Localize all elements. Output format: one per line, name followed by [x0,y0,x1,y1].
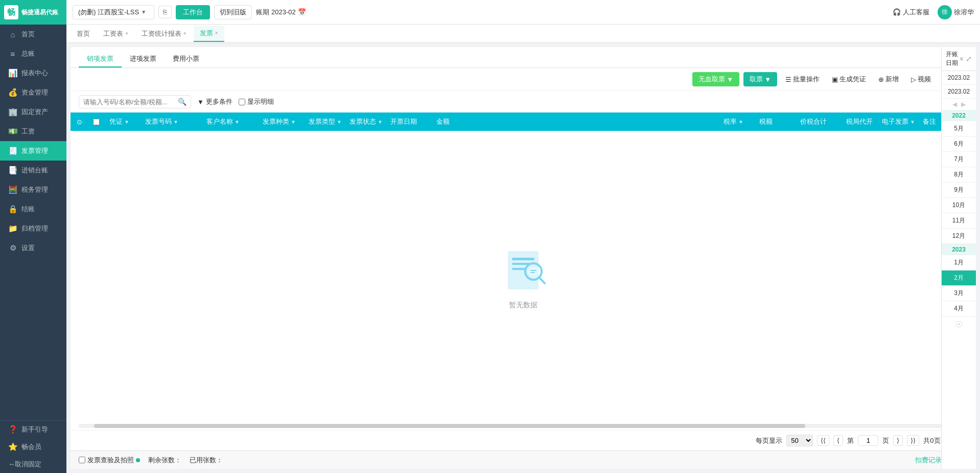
service-icon: 🎧 [893,8,901,16]
take-ticket-button[interactable]: 取票 ▼ [743,72,777,86]
th-invoice-no[interactable]: 发票号码 ▼ [143,114,204,129]
tab-home[interactable]: 首页 [71,26,96,41]
search-input[interactable] [83,98,176,106]
month-2022-09[interactable]: 9月 [942,183,976,198]
th-tax-total: 价税合计 [798,114,844,129]
sub-tab-sales-invoice[interactable]: 销项发票 [79,51,122,67]
per-page-select[interactable]: 10 20 50 100 [786,435,813,446]
th-tax-code: 税局代开 [844,114,880,129]
svg-rect-2 [512,263,530,265]
main-area: (勿删) 江西股宝-LSS ▼ ⎘ 工作台 切到旧版 账期 2023-02 📅 … [66,0,980,473]
sidebar-item-home[interactable]: ⌂ 首页 [0,25,66,44]
period-label: 账期 2023-02 📅 [256,8,306,17]
sidebar-item-archive[interactable]: 📁 归档管理 [0,219,66,238]
company-selector[interactable]: (勿删) 江西股宝-LSS ▼ [73,5,154,19]
month-2022-05[interactable]: 5月 [942,121,976,137]
sub-tabs: 销项发票 进项发票 费用小票 [71,47,976,68]
show-detail-checkbox-label[interactable]: 显示明细 [239,97,274,106]
sidebar-item-assets[interactable]: 🏢 固定资产 [0,102,66,122]
svg-line-6 [539,277,545,283]
th-invoice-type[interactable]: 发票种类 ▼ [261,114,307,129]
member-icon: ⭐ [8,442,17,452]
th-voucher[interactable]: 凭证 ▼ [107,114,143,129]
sidebar-item-invoices[interactable]: 🧾 发票管理 [0,141,66,161]
sidebar-item-close-account[interactable]: 🔒 结账 [0,199,66,219]
more-conditions-button[interactable]: ▼ 更多条件 [197,97,232,106]
next-page-button[interactable]: ⟩ [893,435,903,446]
month-2023-04[interactable]: 4月 [942,301,976,317]
date-header-2023-02-first[interactable]: 2023.02 [942,71,976,85]
calendar-icon[interactable]: 📅 [298,8,306,16]
first-page-button[interactable]: ⟨⟨ [817,435,829,446]
sidebar-item-pin[interactable]: ↔取消固定 [0,456,66,473]
switch-version-button[interactable]: 切到旧版 [214,5,252,19]
tab-salary-stats[interactable]: 工资统计报表 × [135,26,193,41]
copy-button[interactable]: ⎘ [158,6,172,18]
top-up-history-link[interactable]: 扣费记录 [915,456,942,465]
sidebar-item-guide[interactable]: ❓ 新手引导 [0,421,66,438]
sidebar-item-member[interactable]: ⭐ 畅会员 [0,438,66,456]
date-panel-expand-button[interactable]: ⤢ [966,55,972,63]
tab-salary-table[interactable]: 工资表 × [97,26,134,41]
prev-page-button[interactable]: ⟨ [833,435,843,446]
last-page-button[interactable]: ⟩⟩ [907,435,919,446]
sidebar-item-sales[interactable]: 📑 进销台账 [0,161,66,180]
th-invoice-cat[interactable]: 发票类型 ▼ [307,114,347,129]
new-button[interactable]: ⊕ 新增 [874,72,903,86]
month-2022-12[interactable]: 12月 [942,229,976,244]
used-label: 已用张数： [190,456,223,465]
month-2022-08[interactable]: 8月 [942,167,976,183]
month-2023-01[interactable]: 1月 [942,255,976,271]
sidebar-label-invoices: 发票管理 [21,146,48,155]
tab-invoice-close[interactable]: × [215,30,218,36]
filter-bar: 🔍 ▼ 更多条件 显示明细 [71,91,976,112]
th-tax-rate[interactable]: 税率 ▼ [721,114,757,129]
th-e-invoice[interactable]: 电子发票 ▼ [880,114,921,129]
page-input[interactable] [858,435,878,446]
date-panel-close-button[interactable]: × [960,55,964,63]
user-info[interactable]: 徐 徐溶华 [938,5,974,19]
select-all-checkbox[interactable] [93,119,100,125]
workbench-button[interactable]: 工作台 [176,5,210,19]
tab-home-label: 首页 [77,29,90,38]
horizontal-scrollbar-track[interactable] [71,422,976,430]
used-prefix: 已用张数： [190,456,223,464]
month-2022-06[interactable]: 6月 [942,137,976,152]
tab-invoice[interactable]: 发票 × [194,26,224,42]
th-customer[interactable]: 客户名称 ▼ [204,114,261,129]
date-panel-bottom-icon[interactable]: ☉ [955,320,963,329]
date-header-2023-02-second[interactable]: 2023.02 [942,85,976,99]
sidebar-label-guide: 新手引导 [21,425,48,434]
tab-salary-close[interactable]: × [125,31,128,36]
next-year-arrow[interactable]: ▶ [961,101,966,108]
th-invoice-status[interactable]: 发票状态 ▼ [347,114,388,129]
month-2022-10[interactable]: 10月 [942,198,976,213]
no-tax-button[interactable]: 无血取票 ▼ [692,72,739,86]
customer-service[interactable]: 🎧 人工客服 [893,8,929,17]
gen-voucher-button[interactable]: ▣ 生成凭证 [828,72,870,86]
th-invoice-status-filter-icon: ▼ [378,119,383,125]
sub-tab-purchase-invoice[interactable]: 进项发票 [122,51,165,67]
th-invoice-type-filter-icon: ▼ [291,119,296,125]
month-2022-07[interactable]: 7月 [942,152,976,167]
sidebar-item-ledger[interactable]: ≡ 总账 [0,44,66,63]
month-2023-03[interactable]: 3月 [942,286,976,301]
month-2022-11[interactable]: 11月 [942,213,976,229]
scrollbar-thumb[interactable] [94,424,805,428]
th-checkbox[interactable] [91,116,107,128]
sidebar-item-tax[interactable]: 🧮 税务管理 [0,180,66,199]
invoice-check-checkbox[interactable] [79,457,85,463]
video-button[interactable]: ▷ 视频 [907,72,935,86]
prev-year-arrow[interactable]: ◀ [952,101,957,108]
month-2023-02[interactable]: 2月 [942,271,976,286]
sidebar-item-funds[interactable]: 💰 资金管理 [0,83,66,102]
sidebar-item-settings[interactable]: ⚙ 设置 [0,238,66,258]
sub-tab-expense-receipt[interactable]: 费用小票 [165,51,207,67]
toolbar: 无血取票 ▼ 取票 ▼ ☰ 批量操作 ▣ 生成凭证 ⊕ 新增 [71,68,976,91]
tab-salary-stats-close[interactable]: × [183,31,186,36]
sidebar-item-salary[interactable]: 💵 工资 [0,122,66,141]
show-detail-checkbox[interactable] [239,99,245,105]
pin-label: ↔取消固定 [8,460,41,469]
sidebar-item-reports[interactable]: 📊 报表中心 [0,63,66,83]
batch-ops-button[interactable]: ☰ 批量操作 [781,72,824,86]
